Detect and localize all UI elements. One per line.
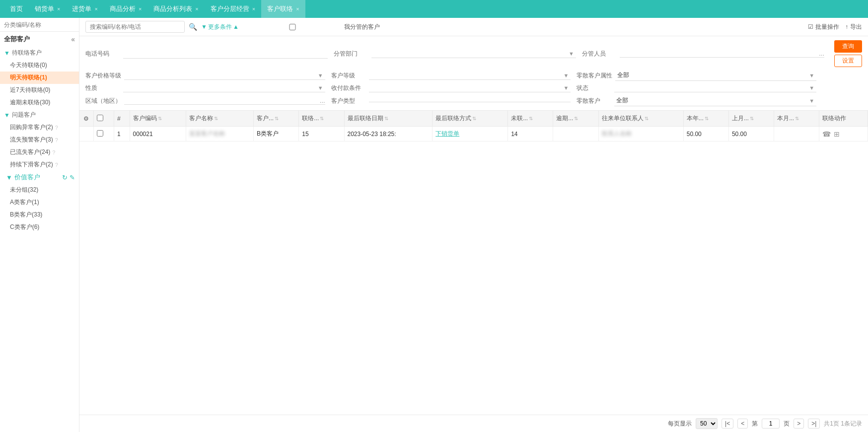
manager-label: 分管人员: [582, 50, 617, 58]
sidebar-item-churn-warning[interactable]: 流失预警客户(3) ?: [0, 134, 79, 146]
row-uncontacted-cell: 14: [508, 127, 553, 142]
manager-more-icon[interactable]: ...: [819, 50, 824, 57]
sidebar-collapse-icon[interactable]: «: [71, 35, 75, 43]
query-button[interactable]: 查询: [834, 40, 862, 53]
sidebar-item-class-b[interactable]: B类客户(33): [0, 209, 79, 221]
sidebar-problem-customers-group[interactable]: ▼ 问题客户: [0, 109, 79, 121]
nav-product-analysis-list[interactable]: 商品分析列表 ×: [147, 0, 204, 18]
col-last-month[interactable]: 上月... ⇅: [728, 111, 774, 127]
row-last-month-cell: 50.00: [728, 127, 774, 142]
retail-attr-arrow-icon: ▼: [809, 72, 814, 78]
nav-customer-contact[interactable]: 客户联络 ×: [261, 0, 305, 18]
per-page-select[interactable]: 50: [696, 418, 718, 429]
sidebar-item-tomorrow-contact[interactable]: 明天待联络(1): [0, 72, 79, 84]
retail-attr-select[interactable]: 全部 ▼: [615, 70, 816, 81]
phone-input[interactable]: [123, 49, 328, 59]
retail-customer-select[interactable]: 全部 ▼: [614, 95, 816, 106]
sidebar-item-class-c[interactable]: C类客户(6): [0, 221, 79, 233]
payment-select[interactable]: ▼: [369, 84, 571, 92]
price-level-select[interactable]: ▼: [124, 72, 325, 80]
customer-table: ⚙ # 客户编码 ⇅ 客户名称 ⇅: [79, 111, 868, 142]
col-last-contact-method[interactable]: 最后联络方式 ⇅: [433, 111, 508, 127]
nav-product-analysis[interactable]: 商品分析 ×: [104, 0, 147, 18]
status-select[interactable]: ▼: [614, 84, 816, 92]
last-month-sort-icon: ⇅: [750, 116, 754, 121]
sidebar-item-overdue-contact[interactable]: 逾期未联络(30): [0, 96, 79, 109]
filter-phone: 电话号码: [85, 49, 328, 59]
first-page-button[interactable]: |<: [722, 419, 733, 429]
customer-type-select[interactable]: [369, 100, 571, 102]
last-page-button[interactable]: >|: [808, 419, 820, 429]
col-unit-contact[interactable]: 往来单位联系人 ⇅: [598, 111, 683, 127]
sidebar-item-repurchase-abnormal[interactable]: 回购异常客户(2) ?: [0, 121, 79, 134]
my-customers-checkbox[interactable]: [243, 24, 342, 30]
select-all-checkbox[interactable]: [97, 115, 103, 121]
sidebar-value-customers-group[interactable]: ▼ 价值客户 ↻ ✎: [0, 171, 79, 184]
status-label: 状态: [577, 84, 611, 92]
table-row: 1 000021 某某客户名称 B类客户 15 2023-05-23 18:25…: [79, 127, 868, 142]
col-this-year[interactable]: 本年... ⇅: [683, 111, 728, 127]
action-grid-icon[interactable]: ⊞: [834, 130, 840, 138]
customer-level-select[interactable]: ▼: [369, 72, 571, 80]
value-customers-edit-icon[interactable]: ✎: [70, 174, 75, 181]
sidebar-search-input[interactable]: [4, 21, 78, 28]
help-icon-repurchase[interactable]: ?: [55, 125, 58, 131]
close-purchase-order-icon[interactable]: ×: [94, 6, 97, 12]
row-last-contact-method-cell[interactable]: 下销货单: [433, 127, 508, 142]
help-icon-declining[interactable]: ?: [55, 162, 58, 168]
close-product-analysis-list-icon[interactable]: ×: [195, 6, 198, 12]
sidebar-item-today-contact[interactable]: 今天待联络(0): [0, 59, 79, 72]
dept-select[interactable]: ▼: [371, 50, 576, 58]
row-checkbox-cell[interactable]: [93, 127, 114, 142]
close-customer-stratification-icon[interactable]: ×: [252, 6, 255, 12]
sidebar-item-churned[interactable]: 已流失客户(24) ?: [0, 146, 79, 158]
row-checkbox[interactable]: [97, 130, 103, 137]
prev-page-button[interactable]: <: [737, 419, 748, 429]
nav-sales-order[interactable]: 销货单 ×: [29, 0, 66, 18]
help-icon-churned[interactable]: ?: [52, 149, 55, 155]
col-settings[interactable]: ⚙: [79, 111, 93, 127]
region-more-icon[interactable]: ...: [320, 97, 325, 104]
col-last-contact-date[interactable]: 最后联络日期 ⇅: [344, 111, 433, 127]
close-product-analysis-icon[interactable]: ×: [139, 6, 142, 12]
search-input[interactable]: [85, 21, 185, 33]
close-customer-contact-icon[interactable]: ×: [296, 6, 299, 12]
sidebar-item-class-a[interactable]: A类客户(1): [0, 196, 79, 209]
batch-operation-button[interactable]: ☑ 批量操作: [808, 23, 839, 31]
filter-row-3: 性质 ▼ 收付款条件 ▼ 状态: [85, 84, 862, 92]
filter-settings-button[interactable]: 设置: [834, 55, 862, 67]
col-name[interactable]: 客户名称 ⇅: [186, 111, 254, 127]
customer-type-label: 客户类型: [331, 97, 366, 105]
table-footer: 每页显示 50 |< < 第 页 > >| 共1页 1条记录: [79, 415, 868, 432]
last-contact-method-link[interactable]: 下销货单: [435, 130, 459, 137]
col-type[interactable]: 客户... ⇅: [254, 111, 299, 127]
nav-purchase-order[interactable]: 进货单 ×: [66, 0, 103, 18]
search-button[interactable]: 🔍: [189, 23, 197, 31]
sidebar-item-7days-contact[interactable]: 近7天待联络(0): [0, 84, 79, 96]
row-action-cell: ☎ ⊞: [819, 127, 868, 142]
more-filters-button[interactable]: ▼ 更多条件 ▲: [201, 23, 239, 31]
sidebar-item-declining[interactable]: 持续下滑客户(2) ?: [0, 158, 79, 171]
col-this-month[interactable]: 本月... ⇅: [774, 111, 819, 127]
export-button[interactable]: ↑ 导出: [845, 23, 862, 31]
sidebar-item-ungrouped[interactable]: 未分组(32): [0, 184, 79, 196]
next-page-button[interactable]: >: [794, 419, 804, 429]
nav-home[interactable]: 首页: [4, 0, 29, 18]
col-contact-count[interactable]: 联络... ⇅: [299, 111, 344, 127]
nature-select[interactable]: ▼: [123, 84, 325, 92]
action-phone-icon[interactable]: ☎: [822, 130, 831, 138]
close-sales-order-icon[interactable]: ×: [57, 6, 60, 12]
contact-count-sort-icon: ⇅: [320, 116, 324, 121]
sidebar-pending-contact-group[interactable]: ▼ 待联络客户: [0, 47, 79, 59]
col-code[interactable]: 客户编码 ⇅: [130, 111, 186, 127]
nav-customer-stratification[interactable]: 客户分层经营 ×: [205, 0, 261, 18]
customer-level-arrow-icon: ▼: [563, 72, 569, 78]
page-input[interactable]: [762, 419, 780, 429]
my-customers-filter[interactable]: 我分管的客户: [243, 23, 380, 31]
help-icon-churn-warning[interactable]: ?: [55, 137, 58, 143]
col-uncontacted[interactable]: 未联... ⇅: [508, 111, 553, 127]
col-overdue[interactable]: 逾期... ⇅: [553, 111, 598, 127]
col-checkbox[interactable]: [93, 111, 114, 127]
col-action: 联络动作: [819, 111, 868, 127]
value-customers-refresh-icon[interactable]: ↻: [62, 174, 68, 181]
